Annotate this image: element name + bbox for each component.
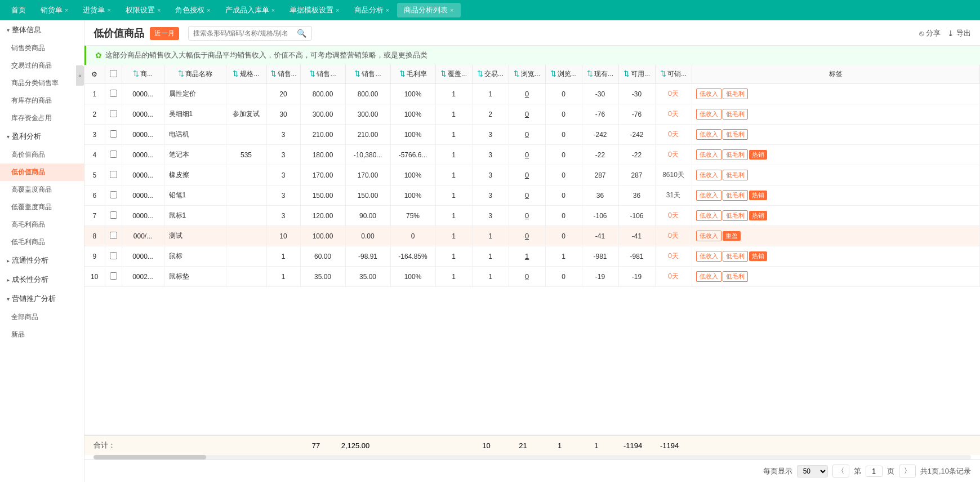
sidebar-item-high-value[interactable]: 高价值商品 [0, 146, 84, 163]
row-select-checkbox[interactable] [110, 232, 117, 239]
view1-link[interactable]: 0 [525, 151, 529, 159]
col-sales-qty[interactable]: ⇅销售... [266, 65, 300, 84]
row-view1[interactable]: 0 [509, 125, 545, 145]
view1-link[interactable]: 0 [525, 90, 529, 98]
row-checkbox[interactable] [105, 125, 122, 145]
close-icon[interactable]: × [336, 7, 339, 14]
view1-link[interactable]: 0 [525, 272, 529, 281]
sidebar-item-low-value[interactable]: 低价值商品 [0, 163, 84, 181]
nav-product-in[interactable]: 产成品入库单 × [219, 3, 282, 17]
close-icon[interactable]: × [386, 7, 389, 14]
close-icon[interactable]: × [157, 7, 161, 14]
row-checkbox[interactable] [105, 84, 122, 104]
nav-home[interactable]: 首页 [5, 3, 33, 17]
row-checkbox[interactable] [105, 246, 122, 267]
sidebar-item-low-margin[interactable]: 低毛利商品 [0, 233, 84, 251]
row-view1[interactable]: 0 [509, 185, 545, 206]
col-margin-rate[interactable]: ⇅毛利率 [390, 65, 435, 84]
sidebar-group-growth[interactable]: ▸ 成长性分析 [0, 270, 84, 289]
col-trade[interactable]: ⇅交易... [472, 65, 509, 84]
nav-product-analysis[interactable]: 商品分析 × [348, 3, 396, 17]
row-select-checkbox[interactable] [110, 130, 117, 138]
close-icon[interactable]: × [65, 7, 68, 14]
view1-link[interactable]: 0 [525, 130, 529, 139]
sidebar-item-stock-capital[interactable]: 库存资金占用 [0, 109, 84, 127]
row-select-checkbox[interactable] [110, 272, 117, 280]
col-checkbox-all[interactable] [105, 65, 122, 84]
next-page-button[interactable]: 〉 [899, 465, 916, 477]
col-coverage[interactable]: ⇅覆盖... [435, 65, 472, 84]
col-name[interactable]: ⇅商品名称 [164, 65, 226, 84]
col-view1[interactable]: ⇅浏览... [509, 65, 545, 84]
row-checkbox[interactable] [105, 206, 122, 226]
row-view1[interactable]: 0 [509, 145, 545, 165]
search-input[interactable] [193, 29, 295, 37]
row-select-checkbox[interactable] [110, 110, 117, 117]
col-settings[interactable]: ⚙ [84, 65, 105, 84]
row-checkbox[interactable] [105, 145, 122, 165]
nav-permissions[interactable]: 权限设置 × [119, 3, 167, 17]
search-icon[interactable]: 🔍 [297, 29, 306, 38]
row-select-checkbox[interactable] [110, 151, 117, 158]
nav-purchase[interactable]: 进货单 × [76, 3, 117, 17]
row-checkbox[interactable] [105, 104, 122, 125]
close-icon[interactable]: × [271, 7, 275, 14]
row-view1[interactable]: 0 [509, 84, 545, 104]
sidebar-group-circulation[interactable]: ▸ 流通性分析 [0, 251, 84, 270]
sidebar-item-category-rate[interactable]: 商品分类销售率 [0, 74, 84, 92]
export-button[interactable]: ⤓ 导出 [947, 28, 971, 38]
row-checkbox[interactable] [105, 185, 122, 206]
sidebar-item-stock-goods[interactable]: 有库存的商品 [0, 92, 84, 109]
sidebar-group-overall[interactable]: ▾ 整体信息 [0, 20, 84, 39]
col-sales-amt2[interactable]: ⇅销售... [345, 65, 390, 84]
page-number-input[interactable] [866, 466, 883, 477]
sidebar-group-marketing[interactable]: ▾ 营销推广分析 [0, 289, 84, 308]
col-spec[interactable]: ⇅规格... [226, 65, 266, 84]
scrollbar-thumb[interactable] [93, 455, 206, 459]
horizontal-scrollbar[interactable] [93, 455, 971, 459]
row-select-checkbox[interactable] [110, 171, 117, 178]
view1-link[interactable]: 0 [525, 232, 529, 240]
sidebar-item-traded-goods[interactable]: 交易过的商品 [0, 57, 84, 74]
col-sales-amt1[interactable]: ⇅销售... [300, 65, 345, 84]
sidebar-item-high-margin[interactable]: 高毛利商品 [0, 216, 84, 233]
row-checkbox[interactable] [105, 226, 122, 246]
table-container[interactable]: ⚙ ⇅商... ⇅商品名称 ⇅规格... ⇅销售... ⇅销售... ⇅销售..… [84, 65, 980, 435]
view1-link[interactable]: 0 [525, 171, 529, 179]
close-icon[interactable]: × [207, 7, 210, 14]
share-button[interactable]: ⎋ 分享 [919, 28, 941, 38]
col-stock2[interactable]: ⇅可用... [618, 65, 655, 84]
row-view1[interactable]: 0 [509, 206, 545, 226]
view1-link[interactable]: 0 [525, 211, 529, 220]
sidebar-item-low-coverage[interactable]: 低覆盖度商品 [0, 198, 84, 216]
period-button[interactable]: 近一月 [150, 27, 179, 40]
sidebar-item-new-goods[interactable]: 新品 [0, 326, 84, 343]
row-select-checkbox[interactable] [110, 191, 117, 198]
row-checkbox[interactable] [105, 267, 122, 287]
sidebar-group-profit[interactable]: ▾ 盈利分析 [0, 127, 84, 146]
view1-link[interactable]: 0 [525, 191, 529, 200]
sidebar-item-sales-goods[interactable]: 销售类商品 [0, 39, 84, 57]
sidebar-collapse-button[interactable]: « [76, 65, 84, 86]
col-view2[interactable]: ⇅浏览... [545, 65, 582, 84]
row-select-checkbox[interactable] [110, 90, 117, 97]
sidebar-item-all-goods[interactable]: 全部商品 [0, 308, 84, 326]
col-code[interactable]: ⇅商... [122, 65, 164, 84]
row-select-checkbox[interactable] [110, 252, 117, 259]
close-icon[interactable]: × [107, 7, 110, 14]
row-view1[interactable]: 0 [509, 104, 545, 125]
col-sellable[interactable]: ⇅可销... [655, 65, 692, 84]
view1-link[interactable]: 1 [525, 252, 529, 260]
first-page-button[interactable]: 〈 [832, 465, 849, 477]
nav-product-analysis-list[interactable]: 商品分析列表 × [397, 3, 460, 17]
close-icon[interactable]: × [450, 7, 453, 14]
select-all-checkbox[interactable] [110, 70, 117, 77]
nav-roles[interactable]: 角色授权 × [168, 3, 217, 17]
row-checkbox[interactable] [105, 165, 122, 185]
row-select-checkbox[interactable] [110, 211, 117, 219]
page-size-select[interactable]: 50 10 20 100 [797, 465, 828, 477]
row-view1[interactable]: 0 [509, 165, 545, 185]
col-stock1[interactable]: ⇅现有... [582, 65, 618, 84]
view1-link[interactable]: 0 [525, 110, 529, 118]
sidebar-item-high-coverage[interactable]: 高覆盖度商品 [0, 181, 84, 198]
